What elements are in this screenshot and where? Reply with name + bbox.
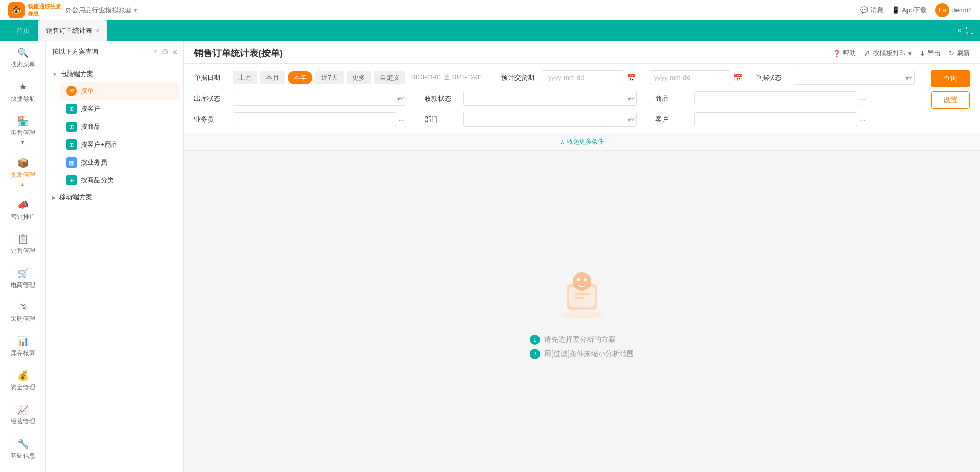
- tab-home[interactable]: 首页: [8, 20, 38, 41]
- window-close-icon[interactable]: ×: [957, 26, 962, 35]
- refresh-button[interactable]: ↻ 刷新: [949, 49, 970, 58]
- goods-input[interactable]: [694, 91, 857, 105]
- scheme-panel: 按以下方案查询 + ⊙ « ▼ 电脑端方案 按: [46, 41, 184, 472]
- date-separator: —: [639, 74, 646, 81]
- pay-status-label: 收款状态: [425, 94, 455, 103]
- scheme-add-icon[interactable]: +: [153, 46, 158, 57]
- scheme-panel-header: 按以下方案查询 + ⊙ «: [46, 41, 183, 62]
- sidebar-item-inventory[interactable]: 📊 库存核算: [0, 329, 45, 364]
- expected-date-from[interactable]: [543, 70, 624, 84]
- date-label: 单据日期: [194, 73, 225, 82]
- status-select[interactable]: [794, 70, 915, 85]
- dropdown-arrow-icon[interactable]: ▾: [134, 6, 137, 14]
- settings-button[interactable]: 设置: [931, 91, 970, 109]
- sidebar-quick-nav[interactable]: ★ 快捷导航: [0, 75, 45, 109]
- goods-label: 商品: [655, 94, 686, 103]
- dept-select[interactable]: [463, 112, 637, 127]
- inventory-icon: 📊: [17, 336, 29, 347]
- scheme-item-by-salesman[interactable]: ▦ 按业务员: [60, 154, 179, 171]
- svg-point-0: [561, 311, 602, 319]
- customer-label: 客户: [655, 115, 686, 124]
- download-icon: 📱: [892, 6, 900, 14]
- ecommerce-icon: 🛒: [17, 268, 29, 279]
- sales-icon: 📋: [17, 233, 29, 245]
- sidebar-item-system[interactable]: ⚙️ 系统管理: [0, 466, 45, 472]
- goods-more-icon[interactable]: ···: [857, 95, 868, 103]
- download-action[interactable]: 📱 App下载: [892, 6, 927, 15]
- date-buttons: 上月 本月 本年 近7天 更多 自定义 2023-01-01 至 2023-12…: [233, 71, 483, 84]
- expected-date-label: 预计交货期: [501, 73, 534, 82]
- sidebar-search[interactable]: 🔍 搜索菜单: [0, 41, 45, 75]
- window-maximize-icon[interactable]: ⛶: [966, 26, 974, 35]
- finance-icon: 💰: [17, 370, 29, 381]
- page-title: 销售订单统计表(按单): [194, 47, 283, 59]
- pay-status-select[interactable]: [463, 91, 637, 106]
- scheme-collapse-icon[interactable]: «: [173, 47, 177, 56]
- status-label: 单据状态: [755, 73, 786, 82]
- date-btn-this-year[interactable]: 本年: [288, 71, 312, 84]
- help-label: 帮助: [843, 49, 856, 58]
- top-title-text: 办公用品行业模拟账套: [65, 6, 132, 15]
- sidebar-item-purchase[interactable]: 🛍 采购管理: [0, 296, 45, 329]
- print-label: 按模板打印: [873, 49, 906, 58]
- tab-close-icon[interactable]: ×: [95, 27, 99, 34]
- sidebar-item-operation[interactable]: 📈 经营管理: [0, 398, 45, 432]
- scheme-group-mobile-header[interactable]: ▶ 移动端方案: [46, 190, 183, 205]
- star-icon: ★: [19, 81, 27, 92]
- scheme-item-by-customer-goods[interactable]: ⊞ 按客户+商品: [60, 136, 179, 153]
- scheme-item-by-order-label: 按单: [81, 86, 94, 96]
- print-button[interactable]: 🖨 按模板打印 ▾: [864, 49, 912, 58]
- customer-input[interactable]: [694, 112, 857, 126]
- scheme-item-by-order[interactable]: 按 按单: [60, 82, 179, 100]
- step-1-num: 1: [530, 335, 540, 345]
- sidebar-item-basic[interactable]: 🔧 基础信息: [0, 432, 45, 466]
- date-btn-7days[interactable]: 近7天: [315, 71, 344, 84]
- calendar-icon-to[interactable]: 📅: [733, 74, 742, 82]
- expected-date-to[interactable]: [649, 70, 730, 84]
- scheme-group-desktop-header[interactable]: ▼ 电脑端方案: [46, 66, 183, 82]
- action-buttons: 查询 设置: [931, 70, 970, 109]
- scheme-icon-by-category: ⊞: [66, 175, 77, 185]
- date-btn-last-month[interactable]: 上月: [233, 71, 257, 84]
- help-icon: ❓: [832, 50, 841, 57]
- scheme-icon-by-cg: ⊞: [66, 139, 77, 150]
- sidebar-item-ecommerce[interactable]: 🛒 电商管理: [0, 262, 45, 296]
- salesman-more-icon[interactable]: ···: [396, 115, 406, 124]
- filter-row-3: 业务员 ··· 部门 ▼ 客户: [194, 112, 915, 127]
- sidebar-quick-nav-label: 快捷导航: [11, 95, 35, 103]
- customer-more-icon[interactable]: ···: [857, 115, 868, 124]
- date-btn-more[interactable]: 更多: [347, 71, 371, 84]
- step-1-text: 请先选择要分析的方案: [544, 335, 616, 344]
- sidebar-ecommerce-label: 电商管理: [11, 281, 35, 290]
- collapse-bar[interactable]: ∧ 收起更多条件: [184, 133, 980, 151]
- tab-sales-order-label: 销售订单统计表: [46, 26, 92, 35]
- date-btn-custom[interactable]: 自定义: [374, 71, 405, 84]
- export-button[interactable]: ⬇ 导出: [920, 49, 941, 58]
- sidebar-finance-label: 资金管理: [11, 383, 35, 392]
- salesman-input[interactable]: [233, 112, 396, 126]
- out-status-select[interactable]: [233, 91, 406, 106]
- empty-svg: [551, 264, 612, 325]
- sidebar-item-retail[interactable]: 🏪 零售管理 ▾: [0, 109, 45, 151]
- sidebar-item-finance[interactable]: 💰 资金管理: [0, 364, 45, 398]
- sidebar-item-wholesale[interactable]: 📦 批发管理 ▴: [0, 151, 45, 193]
- scheme-settings-icon[interactable]: ⊙: [162, 46, 168, 56]
- print-icon: 🖨: [864, 50, 871, 57]
- out-status-label: 出库状态: [194, 94, 225, 103]
- page-actions: ❓ 帮助 🖨 按模板打印 ▾ ⬇ 导出 ↻ 刷新: [832, 49, 970, 58]
- calendar-icon-from[interactable]: 📅: [627, 74, 636, 82]
- scheme-item-by-goods[interactable]: ⊞ 按商品: [60, 118, 179, 135]
- scheme-panel-title: 按以下方案查询: [52, 47, 99, 56]
- tab-sales-order[interactable]: 销售订单统计表 ×: [38, 20, 107, 41]
- user-action[interactable]: Ea demo2: [935, 3, 972, 17]
- sidebar-item-marketing[interactable]: 📣 营销推广: [0, 193, 45, 227]
- help-button[interactable]: ❓ 帮助: [832, 49, 856, 58]
- query-button[interactable]: 查询: [931, 70, 970, 87]
- scheme-item-by-customer[interactable]: ⊞ 按客户: [60, 100, 179, 117]
- sidebar-item-sales[interactable]: 📋 销售管理: [0, 227, 45, 262]
- date-btn-this-month[interactable]: 本月: [260, 71, 285, 84]
- wholesale-expand-icon: ▴: [21, 181, 24, 187]
- scheme-item-by-category[interactable]: ⊞ 按商品分类: [60, 172, 179, 189]
- logo-icon: 🐯: [8, 2, 24, 18]
- message-action[interactable]: 💬 消息: [860, 6, 884, 15]
